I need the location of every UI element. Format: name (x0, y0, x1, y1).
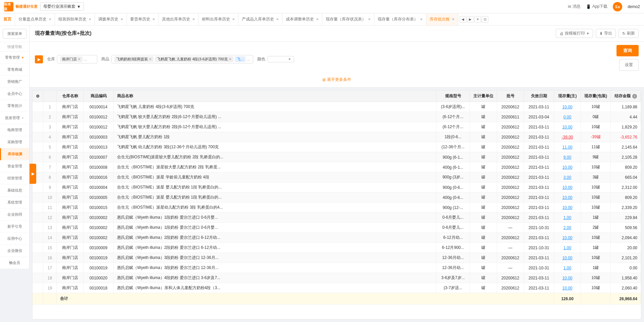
sidebar-item-guide[interactable]: 新手引导 (0, 221, 29, 233)
cell-qty-main[interactable]: 3.00 (554, 172, 581, 182)
refresh-icon: ↻ (622, 31, 626, 36)
app-download-btn[interactable]: 📱 App下载 (586, 4, 607, 9)
cell-qty-pack: 10罐 (581, 182, 611, 193)
product-tag-container[interactable]: 飞鹤奶粉3段两提装 ✕ 飞鹤星飞帆 儿童奶粉 4段(3-6岁适用) 700克 ✕… (111, 55, 253, 63)
cell-code: 00100004 (84, 182, 114, 193)
cell-qty-main[interactable]: 10.00 (554, 182, 581, 193)
tab-6[interactable]: 材料出库单历史 ✕ (199, 13, 238, 25)
cell-qty-main[interactable]: 1.00 (554, 263, 581, 273)
cell-spec: (12-36个月... (436, 142, 470, 152)
sidebar-item-app-center[interactable]: 应用中心 (0, 233, 29, 245)
sidebar-item-collab[interactable]: 企业协同 (0, 209, 29, 221)
sidebar-item-wholesale[interactable]: 批发管理▼ (0, 112, 29, 124)
sidebar-item-ecommerce[interactable]: 电商管理 (0, 124, 29, 136)
cell-qty-main[interactable]: 2.00 (554, 223, 581, 233)
cell-qty-main[interactable]: 10.00 (554, 233, 581, 243)
warehouse-tag-container[interactable]: 南岸门店 ✕ ... (57, 55, 97, 63)
tab-1[interactable]: 分量盘点单历史 ✕ (15, 13, 55, 25)
tab-7[interactable]: 产成品入库单历史 ✕ (238, 13, 282, 25)
avatar[interactable]: Ea (613, 2, 622, 11)
cell-qty-main[interactable]: 9.00 (554, 152, 581, 162)
close-tab-10[interactable]: ✕ (420, 17, 423, 21)
tab-4[interactable]: 要货单历史 ✕ (127, 13, 159, 25)
tab-2[interactable]: 组装拆卸单历史 ✕ (55, 13, 95, 25)
product-tag-1-close[interactable]: ✕ (149, 57, 152, 61)
nav-close-all[interactable]: ✕ (474, 16, 481, 23)
nav-expand[interactable]: ⊡ (482, 16, 488, 23)
close-tab-9[interactable]: ✕ (368, 17, 371, 21)
expand-conditions-btn[interactable]: ⊞ 展开更多条件 (320, 75, 354, 84)
close-tab-11[interactable]: ✕ (452, 17, 454, 21)
cell-qty-main[interactable]: 11.00 (554, 142, 581, 152)
amount-info-icon[interactable]: i (632, 94, 637, 99)
cell-qty-main[interactable]: 10.00 (554, 162, 581, 172)
query-btn[interactable]: 查询 (616, 45, 639, 56)
cell-batch: 20200612 (497, 203, 524, 213)
settings-btn[interactable]: 设置 (619, 59, 639, 71)
tab-8[interactable]: 成本调整单历史 ✕ (282, 13, 322, 25)
print-btn[interactable]: 🖨 按模板打印 ▼ (556, 29, 593, 38)
cell-qty-main[interactable]: 10.00 (554, 122, 581, 132)
sidebar-item-retail-shop[interactable]: 零售商城 (0, 64, 29, 76)
sidebar-item-system[interactable]: 系统管理 (0, 197, 29, 209)
table-row: 3 南岸门店 00100012 飞鹤星飞帆 较大婴儿配方奶粉 2段(6-12个月… (33, 122, 641, 132)
cell-spec: 12-36月幼... (436, 253, 470, 263)
sidebar-item-operations[interactable]: 经营管理 (0, 172, 29, 184)
sidebar-item-marketing[interactable]: 营销推广 (0, 76, 29, 88)
warehouse-tag-close[interactable]: ✕ (78, 57, 80, 61)
table-row: 1 南岸门店 00100014 飞鹤星飞帆 儿童奶粉 4段(3-6岁适用) 70… (33, 102, 641, 112)
tab-10[interactable]: 现存量（库存分布表） ✕ (374, 13, 426, 25)
sidebar-item-finance[interactable]: 资金管理 (0, 160, 29, 172)
cell-qty-main[interactable]: 10.00 (554, 273, 581, 283)
tab-9[interactable]: 现存量（库存状况表） ✕ (322, 13, 374, 25)
cell-qty-main[interactable]: 10.00 (554, 283, 581, 293)
tab-3[interactable]: 调拨单历史 ✕ (95, 13, 127, 25)
close-tab-7[interactable]: ✕ (276, 17, 279, 21)
sidebar-item-member2[interactable]: 畅会员 (0, 257, 29, 269)
sidebar-item-purchase[interactable]: 采购管理 (0, 136, 29, 148)
cell-name: 飞鹤星飞帆 较大婴儿配方奶粉 2段(6-12个月婴幼儿适用) ... (114, 122, 436, 132)
close-tab-3[interactable]: ✕ (120, 17, 123, 21)
tab-11[interactable]: 库存批次账 ✕ (426, 13, 458, 25)
expand-sidebar-btn[interactable]: ▶ (30, 164, 36, 184)
refresh-btn[interactable]: ↻ 刷新 (619, 29, 639, 38)
nav-next[interactable]: ▶ (467, 16, 474, 23)
org-selector[interactable]: 母婴行业演示账套 ▼ (40, 2, 84, 11)
cell-qty-main[interactable]: 0.00 (554, 112, 581, 122)
tab-5[interactable]: 其他出库单历史 ✕ (159, 13, 199, 25)
cell-warehouse: 南岸门店 (57, 152, 84, 162)
close-tab-5[interactable]: ✕ (192, 17, 195, 21)
sidebar-item-wechat[interactable]: 企业微信 (0, 245, 29, 257)
cell-amount: 809.20 (611, 162, 641, 172)
filter-expand-btn[interactable]: ▶ (35, 55, 43, 63)
cell-qty-main[interactable]: 10.00 (554, 253, 581, 263)
sidebar-item-retail-mgmt[interactable]: 零售管理▼ (0, 52, 29, 64)
col-setting[interactable]: ⚙ (33, 91, 43, 102)
close-tab-6[interactable]: ✕ (232, 17, 235, 21)
close-tab-4[interactable]: ✕ (152, 17, 155, 21)
cell-qty-main[interactable]: 1.00 (554, 243, 581, 253)
cell-qty-main[interactable]: 10.00 (554, 102, 581, 112)
cell-qty-main[interactable]: -39.00 (554, 132, 581, 142)
cell-qty-main[interactable]: 10.00 (554, 193, 581, 203)
tab-home[interactable]: 首页 (0, 13, 15, 25)
close-tab-1[interactable]: ✕ (49, 17, 51, 21)
cell-qty-main[interactable]: 10.00 (554, 203, 581, 213)
search-menu-btn[interactable]: 搜索菜单 (3, 29, 26, 39)
col-code: 商品编码 (84, 91, 114, 102)
nav-prev[interactable]: ◀ (460, 16, 466, 23)
color-selector[interactable]: ▼ (267, 56, 294, 62)
sidebar-item-basic-info[interactable]: 基础信息 (0, 184, 29, 197)
cell-qty-main[interactable]: 1.00 (554, 213, 581, 223)
close-tab-8[interactable]: ✕ (316, 17, 319, 21)
sidebar-item-retail-stats[interactable]: 零售统计 (0, 100, 29, 112)
message-btn[interactable]: ✉ 消息 (568, 4, 581, 9)
product-tag-2-close[interactable]: ✕ (229, 57, 231, 61)
cell-idx: 8 (43, 172, 57, 182)
sidebar-item-inventory[interactable]: 库存核算 (0, 148, 29, 160)
export-btn[interactable]: ⬇ 导出 (596, 29, 616, 38)
table-body: 1 南岸门店 00100014 飞鹤星飞帆 儿童奶粉 4段(3-6岁适用) 70… (33, 102, 641, 305)
cell-spec: 900g (0-6... (436, 182, 470, 193)
sidebar-item-member[interactable]: 会员中心 (0, 88, 29, 100)
close-tab-2[interactable]: ✕ (89, 17, 91, 21)
